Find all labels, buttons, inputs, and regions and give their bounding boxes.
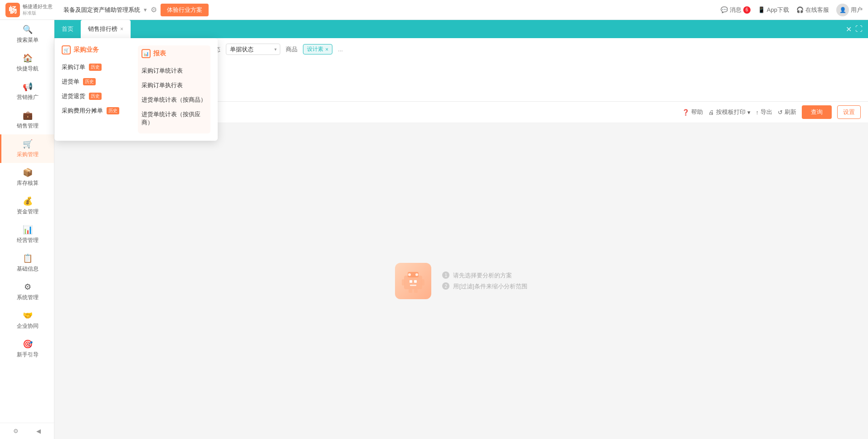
sidebar-bottom: ⚙ ◀ xyxy=(0,423,54,439)
message-item[interactable]: 💬 消息 6 xyxy=(721,6,751,14)
goods-tag[interactable]: 设计素 × xyxy=(303,44,332,54)
settings-bottom-icon[interactable]: ⚙ xyxy=(13,428,19,434)
sidebar-item-quicknav[interactable]: 🏠 快捷导航 xyxy=(0,49,54,77)
svg-rect-6 xyxy=(409,289,412,293)
handshake-icon: 🤝 xyxy=(23,311,33,321)
money-icon: 💰 xyxy=(23,196,33,206)
industry-btn[interactable]: 体验行业方案 xyxy=(161,4,209,16)
goods-dots[interactable]: ... xyxy=(338,46,343,53)
tab-bar: 首页 销售排行榜 × ✕ ⛶ xyxy=(54,20,868,38)
logo-area: 畅 畅捷通好生意 标准版 xyxy=(5,3,60,17)
sidebar-item-finance[interactable]: 💰 资金管理 xyxy=(0,192,54,220)
headset-icon: 🎧 xyxy=(796,6,804,13)
cost-split-history: 历史 xyxy=(107,107,119,114)
purchase-col-title: 🛒 采购业务 xyxy=(62,45,127,54)
menu-item-po-exec[interactable]: 采购订单执行表 xyxy=(141,78,207,93)
message-icon: 💬 xyxy=(721,6,728,13)
refresh-btn[interactable]: ↺ 刷新 xyxy=(778,108,796,116)
help-icon: ❓ xyxy=(682,109,689,116)
bill-status-select[interactable]: 单据状态 xyxy=(226,44,280,55)
svg-rect-5 xyxy=(422,279,424,286)
top-bar: 畅 畅捷通好生意 标准版 装备及固定资产辅助管理系统 ▾ ⚙ 体验行业方案 💬 … xyxy=(0,0,868,20)
menu-item-incoming-by-supplier[interactable]: 进货单统计表（按供应商） xyxy=(141,107,207,130)
tab-close-icon[interactable]: × xyxy=(120,26,123,32)
svg-rect-4 xyxy=(402,279,405,286)
print-icon: 🖨 xyxy=(708,109,714,116)
settings-icon[interactable]: ⚙ xyxy=(151,5,157,14)
phone-icon: 📱 xyxy=(758,6,765,13)
menu-item-incoming-by-goods[interactable]: 进货单统计表（按商品） xyxy=(141,93,207,107)
target-icon: 🎯 xyxy=(23,339,33,349)
briefcase-icon: 💼 xyxy=(23,110,33,120)
home-icon: 🏠 xyxy=(23,53,33,63)
goods-tag-close[interactable]: × xyxy=(325,46,328,53)
search-icon: 🔍 xyxy=(23,25,33,35)
box-icon: 📦 xyxy=(23,168,33,178)
megaphone-icon: 📢 xyxy=(23,82,33,92)
cost-split-label: 采购费用分摊单 xyxy=(62,107,103,115)
svg-rect-8 xyxy=(410,280,412,283)
incoming-by-goods-label: 进货单统计表（按商品） xyxy=(141,96,206,104)
sidebar-item-newbie[interactable]: 🎯 新手引导 xyxy=(0,335,54,363)
close-window-icon[interactable]: ✕ xyxy=(846,25,852,34)
purchase-col: 🛒 采购业务 采购订单 历史 进货单 历史 进货退货 历史 采购费用分摊单 历史 xyxy=(62,45,127,133)
sidebar-item-system[interactable]: ⚙ 系统管理 xyxy=(0,277,54,306)
report-col: 📊 报表 采购订单统计表 采购订单执行表 进货单统计表（按商品） 进货单统计表（… xyxy=(138,45,210,133)
sidebar-label-operations: 经营管理 xyxy=(17,237,39,244)
collapse-sidebar-icon[interactable]: ◀ xyxy=(36,428,41,434)
empty-hint-1: 1 请先选择要分析的方案 xyxy=(442,271,527,280)
sidebar-item-search[interactable]: 🔍 搜索菜单 xyxy=(0,20,54,49)
sidebar-label-search: 搜索菜单 xyxy=(17,36,39,44)
sidebar-label-inventory: 库存核算 xyxy=(17,179,39,187)
message-label: 消息 xyxy=(730,6,741,14)
purchase-order-history: 历史 xyxy=(89,64,102,71)
export-icon: ↑ xyxy=(756,109,759,116)
clipboard-icon: 📋 xyxy=(23,253,33,263)
query-button[interactable]: 查询 xyxy=(802,105,832,119)
sidebar-label-finance: 资金管理 xyxy=(17,208,39,216)
app-download-item[interactable]: 📱 App下载 xyxy=(758,6,789,14)
hint-num-1: 1 xyxy=(442,271,449,279)
sidebar-item-purchase[interactable]: 🛒 采购管理 xyxy=(0,134,54,163)
menu-item-cost-split[interactable]: 采购费用分摊单 历史 xyxy=(62,104,127,118)
sidebar-item-inventory[interactable]: 📦 库存核算 xyxy=(0,163,54,192)
menu-item-return[interactable]: 进货退货 历史 xyxy=(62,89,127,104)
logo-icon: 畅 xyxy=(5,3,20,17)
return-history: 历史 xyxy=(89,93,102,100)
tab-home-label: 首页 xyxy=(62,25,73,33)
maximize-icon[interactable]: ⛶ xyxy=(855,25,863,33)
sidebar-item-enterprise[interactable]: 🤝 企业协同 xyxy=(0,306,54,335)
online-service-item[interactable]: 🎧 在线客服 xyxy=(796,6,829,14)
dropdown-arrow-icon[interactable]: ▾ xyxy=(144,6,147,13)
empty-svg xyxy=(400,267,427,295)
svg-point-2 xyxy=(408,273,411,276)
sidebar-label-newbie: 新手引导 xyxy=(17,351,39,359)
dropdown-menu: 🛒 采购业务 采购订单 历史 进货单 历史 进货退货 历史 采购费用分摊单 历史… xyxy=(54,38,218,141)
return-label: 进货退货 xyxy=(62,92,85,100)
sidebar-item-sales[interactable]: 💼 销售管理 xyxy=(0,106,54,134)
tab-home[interactable]: 首页 xyxy=(54,20,81,38)
empty-illustration xyxy=(395,263,431,299)
menu-item-purchase-order[interactable]: 采购订单 历史 xyxy=(62,60,127,74)
incoming-history: 历史 xyxy=(83,78,96,85)
menu-item-incoming[interactable]: 进货单 历史 xyxy=(62,74,127,89)
logo-text: 畅捷通好生意 xyxy=(23,3,53,10)
cart-icon: 🛒 xyxy=(23,139,33,149)
sidebar-label-system: 系统管理 xyxy=(17,294,39,301)
incoming-by-supplier-label: 进货单统计表（按供应商） xyxy=(141,110,207,127)
sidebar-item-marketing[interactable]: 📢 营销推广 xyxy=(0,77,54,106)
tab-sales-ranking[interactable]: 销售排行榜 × xyxy=(81,20,131,38)
top-bar-middle: 装备及固定资产辅助管理系统 ▾ ⚙ 体验行业方案 xyxy=(63,4,721,16)
sidebar-item-operations[interactable]: 📊 经营管理 xyxy=(0,220,54,249)
setting-button[interactable]: 设置 xyxy=(837,105,861,119)
menu-item-po-stats[interactable]: 采购订单统计表 xyxy=(141,64,207,78)
po-exec-label: 采购订单执行表 xyxy=(141,81,183,89)
sidebar-item-basic[interactable]: 📋 基础信息 xyxy=(0,249,54,277)
user-item[interactable]: 👤 用户 xyxy=(836,4,863,16)
print-btn[interactable]: 🖨 按模板打印 ▾ xyxy=(708,108,751,116)
incoming-label: 进货单 xyxy=(62,78,79,86)
help-btn[interactable]: ❓ 帮助 xyxy=(682,108,703,116)
sidebar-label-quicknav: 快捷导航 xyxy=(17,65,39,73)
export-btn[interactable]: ↑ 导出 xyxy=(756,108,773,116)
print-label: 按模板打印 xyxy=(716,108,746,116)
